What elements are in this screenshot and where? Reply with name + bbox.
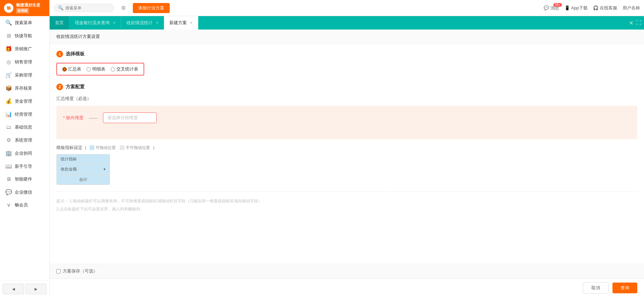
tab-new-plan-label: 新建方案 [169,20,187,26]
dimension-arrow: —— [89,115,98,120]
sidebar-item-system[interactable]: ⚙ 系统管理 [0,134,49,147]
page-title: 收款情况统计方案设置 [56,34,100,39]
purchase-icon: 🛒 [5,72,12,78]
content-area: 收款情况统计方案设置 1 选择模板 汇总表 [50,30,644,278]
tab-close-btn[interactable]: ✕ [629,20,633,26]
section2-num: 2 [56,84,63,90]
radio-detail-input[interactable] [87,67,91,71]
tab-home-label: 首页 [55,20,64,26]
tab-new-plan[interactable]: 新建方案 × [164,16,198,30]
sidebar-label-guide: 新手引导 [15,163,32,169]
sidebar-label-purchase: 采购管理 [15,72,32,78]
dimension-input[interactable]: 请选择分组维度 [103,112,157,123]
tab-receipts-close[interactable]: × [156,20,158,25]
guide-icon: 📖 [5,163,12,169]
download-label: App下载 [571,5,588,11]
non-draggable-label: 不可拖动位置 [126,145,150,151]
section1-header: 1 选择模板 [56,51,637,57]
sidebar-label-sales: 销售管理 [15,59,32,65]
sidebar-item-purchase[interactable]: 🛒 采购管理 [0,68,49,82]
settings-icon[interactable]: ⚙ [118,3,129,13]
trial-button[interactable]: 体验行业方案 [133,3,170,13]
topbar-right: 💬 消息 99+ 📱 App下载 🎧 在线客服 用户名称 [544,5,640,11]
tab-receipts[interactable]: 收款情况统计 × [121,16,164,30]
sidebar-item-search[interactable]: 🔍 搜索菜单 [0,16,49,29]
sidebar-item-sales[interactable]: ◎ 销售管理 [0,55,49,68]
section1-title: 选择模板 [66,51,85,57]
stats-col-header[interactable]: 收款金额 ▾ [57,164,110,175]
notification-button[interactable]: 💬 消息 99+ [544,5,559,11]
logo-icon: 畅 [4,3,13,13]
sidebar-item-nav[interactable]: ⊞ 快捷导航 [0,29,49,42]
search-input[interactable] [65,6,106,10]
search-icon: 🔍 [5,19,12,26]
tab-new-plan-close[interactable]: × [190,20,193,25]
radio-cross-label: 交叉统计表 [116,66,138,72]
draggable-box [90,145,94,150]
radio-detail[interactable]: 明细表 [87,66,105,72]
stats-header-label: 统计指标 [61,157,77,161]
main-area: 🔍 ⚙ 体验行业方案 💬 消息 99+ 📱 App下载 🎧 在线客服 用户名称 [50,0,644,297]
non-draggable-box [120,145,124,150]
radio-cross[interactable]: 交叉统计表 [111,66,138,72]
sidebar-item-wechat[interactable]: 💬 企业微信 [0,186,49,199]
tips-line-1: 提示： 1.拖动标题栏可以调整布局，不可跨维度或指标区域拖动栏目字段（只能在同一… [56,197,637,205]
edition-badge: 标准版 [16,8,29,13]
metric-settings: 模板指标设定（ 可拖动位置 不可拖动位置 [56,145,637,186]
save-section: 方案保存（可选） [50,264,644,278]
download-button[interactable]: 📱 App下载 [565,5,588,11]
service-button[interactable]: 🎧 在线客服 [593,5,617,11]
sidebar-item-operation[interactable]: 📊 经营管理 [0,108,49,121]
save-checkbox-input[interactable] [56,269,61,274]
topbar-search-box[interactable]: 🔍 [54,4,114,12]
logo-name: 畅捷通好生意 [16,3,40,7]
sidebar-item-guide[interactable]: 📖 新手引导 [0,160,49,173]
sidebar-label-company: 企业协同 [15,150,32,156]
sidebar-label-finance: 资金管理 [15,98,32,104]
sidebar-btn-left[interactable]: ◀ [3,284,24,294]
legend-non-draggable: 不可拖动位置 [120,145,150,151]
cancel-button[interactable]: 取消 [583,282,608,294]
operation-icon: 📊 [5,111,12,117]
query-button[interactable]: 查询 [612,283,637,293]
radio-summary-input[interactable] [62,67,67,71]
sidebar-item-inventory[interactable]: 📦 库存核算 [0,82,49,95]
sidebar-label-system: 系统管理 [15,137,32,143]
radio-summary[interactable]: 汇总表 [62,66,81,72]
sidebar-item-member[interactable]: V 畅会员 [0,199,49,211]
tab-bank[interactable]: 现金银行流水查询 × [69,16,121,30]
section2-title: 方案配置 [66,84,85,90]
tab-maximize-btn[interactable]: ⛶ [636,20,641,26]
sidebar-label-wechat: 企业微信 [15,189,32,195]
vertical-label: * 纵向维度 [63,115,84,121]
section-template: 1 选择模板 汇总表 明细表 [56,51,637,76]
tab-receipts-label: 收款情况统计 [126,20,153,26]
save-checkbox-text: 方案保存（可选） [63,268,98,274]
sidebar-bottom: ◀ ▶ [0,281,49,297]
sidebar-item-finance[interactable]: 💰 资金管理 [0,95,49,108]
chevron-down-icon: ▾ [104,167,106,171]
sidebar-label-marketing: 营销推广 [15,46,32,52]
radio-cross-input[interactable] [111,67,115,71]
sidebar-item-company[interactable]: 🏢 企业协同 [0,147,49,160]
hardware-icon: 🖥 [5,176,12,182]
dimension-row: * 纵向维度 —— 请选择分组维度 [63,112,631,123]
finance-icon: 💰 [5,98,12,104]
notification-badge: 99+ [553,3,562,7]
tab-bank-close[interactable]: × [113,20,115,25]
sidebar-item-hardware[interactable]: 🖥 智能硬件 [0,173,49,186]
save-checkbox-label[interactable]: 方案保存（可选） [56,268,98,274]
basic-icon: 🗂 [5,124,12,130]
sidebar-item-basic[interactable]: 🗂 基础信息 [0,121,49,134]
tab-home[interactable]: 首页 [50,16,69,30]
sidebar-label-member: 畅会员 [15,202,28,208]
user-name: 用户名称 [623,5,640,11]
tips-line-2: 2.点击标题栏下拉可设置排序、插入列和删除列 [56,205,637,213]
sidebar-btn-right[interactable]: ▶ [25,284,47,294]
dimension-area: * 纵向维度 —— 请选择分组维度 [56,106,637,139]
sidebar-item-marketing[interactable]: 🎁 营销推广 [0,42,49,55]
sidebar-label-inventory: 库存核算 [15,85,32,91]
metric-close-label: ） [153,145,157,151]
legend-draggable: 可拖动位置 [90,145,116,151]
nav-icon: ⊞ [5,33,12,39]
